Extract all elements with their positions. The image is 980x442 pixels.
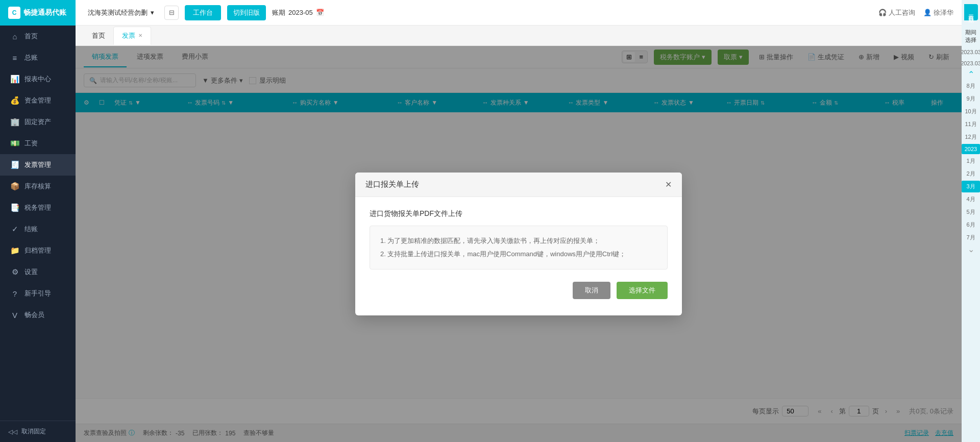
- import-customs-modal: 进口报关单上传 ✕ 进口货物报关单PDF文件上传 1. 为了更加精准的数据匹配，…: [355, 173, 682, 315]
- period-10[interactable]: 10月: [962, 106, 980, 117]
- modal-header: 进口报关单上传 ✕: [355, 173, 682, 197]
- period-11[interactable]: 11月: [962, 118, 980, 130]
- content-area: 销项发票 进项发票 费用小票 ⊞ ≡ 税务数字账户 ▾: [76, 46, 962, 442]
- sidebar-item-guide[interactable]: ? 新手引导: [0, 283, 76, 304]
- chevron-down-icon: ▾: [151, 9, 154, 16]
- logo-text: 畅捷通易代账: [23, 8, 66, 17]
- help-label: 人工咨询: [889, 8, 915, 17]
- period-2023[interactable]: 2023: [962, 144, 980, 154]
- workspace-label: 工作台: [193, 9, 213, 16]
- tab-home[interactable]: 首页: [84, 27, 113, 44]
- modal-close-button[interactable]: ✕: [665, 180, 672, 189]
- calendar-icon[interactable]: 📅: [316, 9, 324, 16]
- modal-title: 进口报关单上传: [365, 180, 419, 189]
- pin-icon: ◁◁: [8, 428, 17, 435]
- period-title: 期间选择: [962, 27, 980, 46]
- sidebar-item-inventory[interactable]: 📦 库存核算: [0, 176, 76, 197]
- tab-invoice-label: 发票: [122, 31, 135, 40]
- period-value: 2023-05: [288, 9, 313, 16]
- right-panel: 开票日期 期间选择 2023.03 2023.03 ⌃ 8月 9月 10月 11…: [962, 0, 980, 442]
- period-info: 账期 2023-05 📅: [272, 8, 324, 17]
- sidebar-item-label: 设置: [24, 267, 38, 277]
- period-9[interactable]: 9月: [962, 93, 980, 105]
- modal-overlay[interactable]: 进口报关单上传 ✕ 进口货物报关单PDF文件上传 1. 为了更加精准的数据匹配，…: [76, 46, 962, 442]
- modal-body: 进口货物报关单PDF文件上传 1. 为了更加精准的数据匹配，请先录入海关缴款书，…: [355, 197, 682, 315]
- sidebar-item-label: 总账: [24, 53, 38, 62]
- period-3[interactable]: 3月: [962, 181, 980, 192]
- tax-icon: 📑: [10, 203, 19, 212]
- period-4[interactable]: 4月: [962, 193, 980, 205]
- period-2[interactable]: 2月: [962, 168, 980, 180]
- funds-icon: 💰: [10, 96, 19, 105]
- period-8[interactable]: 8月: [962, 80, 980, 92]
- modal-footer: 取消 选择文件: [370, 282, 668, 303]
- modal-select-file-button[interactable]: 选择文件: [617, 282, 668, 299]
- period-2023-03-2[interactable]: 2023.03: [962, 58, 980, 68]
- sidebar-item-home[interactable]: ⌂ 首页: [0, 26, 76, 47]
- invoices-icon: 🧾: [10, 160, 19, 169]
- sidebar-item-label: 工资: [24, 139, 38, 148]
- archive-icon: 📁: [10, 246, 19, 255]
- header-right: 🎧 人工咨询 👤 徐泽华: [878, 8, 953, 17]
- app-logo: C 畅捷通易代账: [0, 0, 76, 26]
- modal-info-box: 1. 为了更加精准的数据匹配，请先录入海关缴款书，再上传对应的报关单； 2. 支…: [370, 226, 668, 269]
- tab-close-icon[interactable]: ✕: [138, 33, 142, 38]
- user-button[interactable]: 👤 徐泽华: [923, 8, 953, 17]
- sidebar-item-invoices[interactable]: 🧾 发票管理: [0, 154, 76, 176]
- sidebar-item-funds[interactable]: 💰 资金管理: [0, 90, 76, 111]
- help-icon: 🎧: [878, 9, 887, 16]
- sidebar-item-checkout[interactable]: ✓ 结账: [0, 218, 76, 240]
- user-icon: 👤: [923, 9, 932, 16]
- home-icon: ⌂: [10, 32, 19, 41]
- assets-icon: 🏢: [10, 117, 19, 127]
- checkout-icon: ✓: [10, 225, 19, 234]
- guide-icon: ?: [10, 289, 19, 298]
- tab-home-label: 首页: [92, 31, 105, 40]
- settings-icon: ⚙: [10, 267, 19, 277]
- sidebar-item-member[interactable]: V 畅会员: [0, 304, 76, 326]
- inventory-icon: 📦: [10, 182, 19, 191]
- salary-icon: 💵: [10, 139, 19, 148]
- sidebar-item-tax[interactable]: 📑 税务管理: [0, 197, 76, 218]
- sidebar: C 畅捷通易代账 ⌂ 首页 ≡ 总账 📊 报表中心 💰 资金管理 🏢 固定资产 …: [0, 0, 76, 442]
- period-7[interactable]: 7月: [962, 232, 980, 243]
- sidebar-item-label: 发票管理: [24, 160, 51, 169]
- modal-info-item-1: 1. 为了更加精准的数据匹配，请先录入海关缴款书，再上传对应的报关单；: [380, 234, 657, 248]
- expand-icon[interactable]: ⌃: [968, 69, 974, 79]
- help-button[interactable]: 🎧 人工咨询: [878, 8, 915, 17]
- modal-cancel-button[interactable]: 取消: [573, 282, 610, 299]
- print-button[interactable]: ⊟: [164, 6, 179, 20]
- tabs-bar: 首页 发票 ✕: [76, 26, 962, 46]
- unpin-label: 取消固定: [21, 427, 46, 436]
- sidebar-item-label: 资金管理: [24, 96, 51, 105]
- main-area: 沈海英测试经营勿删 ▾ ⊟ 工作台 切到旧版 账期 2023-05 📅 🎧 人工…: [76, 0, 962, 442]
- sidebar-item-assets[interactable]: 🏢 固定资产: [0, 111, 76, 133]
- sidebar-item-archive[interactable]: 📁 归档管理: [0, 240, 76, 261]
- open-date-panel-button[interactable]: 开票日期: [964, 4, 978, 20]
- sidebar-item-label: 畅会员: [24, 310, 44, 320]
- tab-invoice[interactable]: 发票 ✕: [113, 27, 151, 45]
- member-icon: V: [10, 311, 19, 320]
- sidebar-item-label: 首页: [24, 32, 38, 41]
- sidebar-item-settings[interactable]: ⚙ 设置: [0, 261, 76, 283]
- modal-info-item-2: 2. 支持批量上传进口报关单，mac用户使用Command键，windows用户…: [380, 248, 657, 261]
- period-5[interactable]: 5月: [962, 206, 980, 218]
- period-6[interactable]: 6月: [962, 219, 980, 231]
- unpin-button[interactable]: ◁◁ 取消固定: [0, 421, 76, 442]
- sidebar-item-ledger[interactable]: ≡ 总账: [0, 47, 76, 68]
- period-12[interactable]: 12月: [962, 131, 980, 143]
- period-2023-03-1[interactable]: 2023.03: [962, 47, 980, 57]
- company-selector[interactable]: 沈海英测试经营勿删 ▾: [84, 6, 158, 19]
- collapse-icon[interactable]: ⌄: [968, 244, 974, 254]
- sidebar-item-label: 新手引导: [24, 289, 51, 298]
- switch-label: 切到旧版: [233, 9, 260, 16]
- reports-icon: 📊: [10, 75, 19, 84]
- switch-version-button[interactable]: 切到旧版: [227, 5, 266, 20]
- modal-section-title: 进口货物报关单PDF文件上传: [370, 209, 668, 218]
- sidebar-item-label: 库存核算: [24, 182, 51, 191]
- period-label-text: 账期: [272, 8, 285, 17]
- sidebar-item-salary[interactable]: 💵 工资: [0, 133, 76, 154]
- sidebar-item-reports[interactable]: 📊 报表中心: [0, 68, 76, 90]
- workspace-button[interactable]: 工作台: [185, 5, 221, 20]
- period-1[interactable]: 1月: [962, 155, 980, 167]
